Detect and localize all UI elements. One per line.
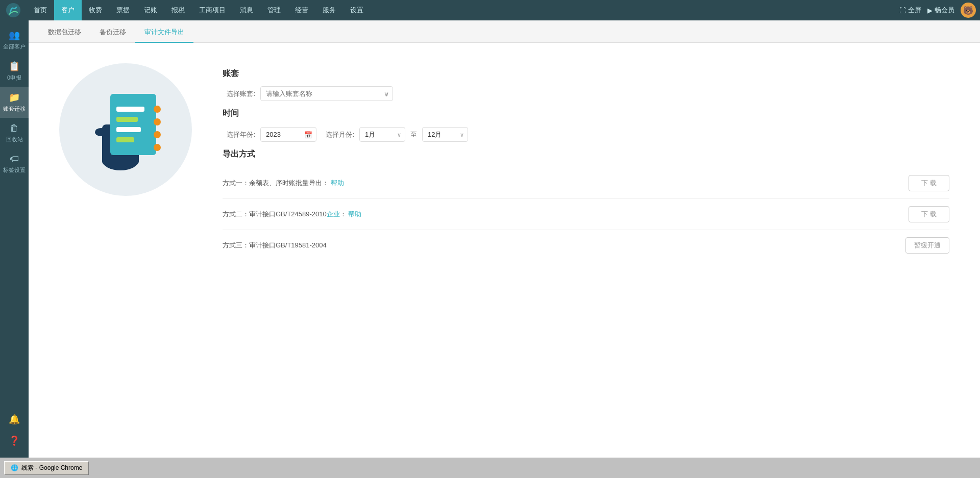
illustration-area: [59, 63, 192, 196]
method2-download-button[interactable]: 下 载: [909, 206, 949, 222]
help-icon[interactable]: ❓: [6, 432, 23, 449]
to-label: 至: [410, 130, 417, 139]
svg-rect-8: [116, 137, 134, 142]
nav-service[interactable]: 服务: [315, 0, 343, 20]
sidebar-item-account-migration-label: 账套迁移: [3, 105, 26, 113]
method1-help-link[interactable]: 帮助: [331, 179, 344, 187]
sidebar: 👥 全部客户 📋 0申报 📁 账套迁移 🗑 回收站 🏷 标签设置 🔔 ❓: [0, 20, 29, 458]
svg-point-11: [154, 131, 161, 138]
sidebar-item-declaration[interactable]: 📋 0申报: [0, 56, 29, 87]
nav-billing[interactable]: 收费: [82, 0, 109, 20]
tab-bar: 数据包迁移 备份迁移 审计文件导出: [29, 20, 980, 43]
year-input-wrapper: 📅: [260, 127, 316, 142]
taskbar: 🌐 线索 - Google Chrome: [0, 458, 980, 478]
form-area: 账套 选择账套: ∨ 时间 选择年份: 📅 选择月份:: [223, 63, 949, 261]
sidebar-item-tag-settings[interactable]: 🏷 标签设置: [0, 148, 29, 179]
nav-invoice[interactable]: 票据: [109, 0, 137, 20]
top-navigation: 首页 客户 收费 票据 记账 报税 工商项目 消息 管理 经营 服务 设置 ⛶ …: [0, 0, 980, 20]
export-method-1-row: 方式一：余额表、序时账批量导出： 帮助 下 载: [223, 168, 949, 199]
month-end-wrapper: 1月 2月 3月 4月 5月 6月 7月 8月 9月 10月 11月 12月: [422, 127, 468, 142]
account-select-wrapper: ∨: [260, 86, 393, 101]
nav-manage[interactable]: 管理: [260, 0, 288, 20]
content-area: 数据包迁移 备份迁移 审计文件导出: [29, 20, 980, 458]
recycle-icon: 🗑: [10, 123, 19, 134]
nav-business[interactable]: 工商项目: [192, 0, 233, 20]
nav-tax[interactable]: 报税: [164, 0, 192, 20]
tab-backup-migration[interactable]: 备份迁移: [90, 22, 135, 43]
sidebar-item-account-migration[interactable]: 📁 账套迁移: [0, 87, 29, 118]
tab-data-migration[interactable]: 数据包迁移: [39, 22, 90, 43]
notification-icon[interactable]: 🔔: [6, 411, 23, 428]
app-logo[interactable]: [4, 1, 22, 19]
tag-icon: 🏷: [10, 154, 19, 164]
account-row: 选择账套: ∨: [223, 86, 949, 101]
sidebar-item-tag-settings-label: 标签设置: [3, 166, 26, 174]
method1-download-button[interactable]: 下 载: [909, 175, 949, 191]
customers-icon: 👥: [9, 30, 20, 41]
illustration-circle: [59, 63, 192, 196]
sidebar-item-declaration-label: 0申报: [7, 74, 21, 82]
sidebar-item-all-customers[interactable]: 👥 全部客户: [0, 24, 29, 56]
nav-accounting[interactable]: 记账: [137, 0, 164, 20]
export-method-3-label: 方式三：审计接口GB/T19581-2004: [223, 241, 327, 250]
month-end-select[interactable]: 1月 2月 3月 4月 5月 6月 7月 8月 9月 10月 11月 12月: [422, 127, 468, 142]
taskbar-chrome-button[interactable]: 🌐 线索 - Google Chrome: [4, 461, 89, 475]
svg-point-9: [154, 106, 161, 113]
svg-rect-7: [116, 127, 141, 132]
export-section-title: 导出方式: [223, 149, 949, 160]
month-label: 选择月份:: [322, 130, 354, 139]
export-method-1-label: 方式一：余额表、序时账批量导出： 帮助: [223, 179, 344, 188]
nav-home[interactable]: 首页: [27, 0, 54, 20]
page-content: 账套 选择账套: ∨ 时间 选择年份: 📅 选择月份:: [29, 43, 980, 458]
nav-customer[interactable]: 客户: [54, 0, 82, 20]
method2-help-link[interactable]: 帮助: [348, 210, 361, 218]
month-start-select[interactable]: 1月 2月 3月 4月 5月 6月 7月 8月 9月 10月 11月 12月: [359, 127, 405, 142]
svg-point-0: [6, 3, 20, 17]
export-method-3-row: 方式三：审计接口GB/T19581-2004 暂缓开通: [223, 230, 949, 261]
chrome-icon: 🌐: [11, 464, 18, 471]
year-label: 选择年份:: [223, 130, 255, 139]
sidebar-item-recycle[interactable]: 🗑 回收站: [0, 118, 29, 148]
nav-settings[interactable]: 设置: [343, 0, 371, 20]
method2-company-tag: 企业: [327, 210, 340, 218]
fullscreen-button[interactable]: ⛶ 全屏: [899, 6, 921, 15]
sidebar-item-recycle-label: 回收站: [6, 136, 23, 143]
svg-point-12: [154, 144, 161, 151]
account-input[interactable]: [260, 86, 393, 101]
svg-rect-6: [116, 117, 138, 122]
year-input[interactable]: [260, 127, 316, 142]
member-button[interactable]: ▶ 畅会员: [927, 6, 954, 15]
time-row: 选择年份: 📅 选择月份: 1月 2月 3月 4月 5月 6月: [223, 127, 949, 142]
nav-operation[interactable]: 经营: [288, 0, 315, 20]
month-start-wrapper: 1月 2月 3月 4月 5月 6月 7月 8月 9月 10月 11月 12月: [359, 127, 405, 142]
svg-point-3: [95, 128, 107, 136]
nav-message[interactable]: 消息: [233, 0, 260, 20]
declaration-icon: 📋: [9, 61, 20, 72]
time-section-title: 时间: [223, 108, 949, 119]
user-avatar[interactable]: 🐻: [961, 3, 976, 18]
export-method-2-label: 方式二：审计接口GB/T24589-2010企业： 帮助: [223, 210, 361, 219]
sidebar-item-all-customers-label: 全部客户: [3, 43, 26, 51]
tab-audit-export[interactable]: 审计文件导出: [135, 22, 193, 43]
taskbar-chrome-label: 线索 - Google Chrome: [21, 464, 82, 472]
account-label: 选择账套:: [223, 89, 255, 98]
svg-rect-4: [110, 94, 156, 155]
export-method-2-row: 方式二：审计接口GB/T24589-2010企业： 帮助 下 载: [223, 199, 949, 230]
nav-items: 首页 客户 收费 票据 记账 报税 工商项目 消息 管理 经营 服务 设置: [27, 0, 899, 20]
method3-coming-soon-button[interactable]: 暂缓开通: [905, 237, 949, 254]
account-section-title: 账套: [223, 68, 949, 79]
top-right-area: ⛶ 全屏 ▶ 畅会员 🐻: [899, 3, 976, 18]
svg-rect-5: [116, 107, 144, 112]
migration-icon: 📁: [9, 92, 20, 103]
sidebar-bottom: 🔔 ❓: [0, 411, 29, 458]
svg-point-10: [154, 118, 161, 125]
main-layout: 👥 全部客户 📋 0申报 📁 账套迁移 🗑 回收站 🏷 标签设置 🔔 ❓ 数据包…: [0, 20, 980, 458]
